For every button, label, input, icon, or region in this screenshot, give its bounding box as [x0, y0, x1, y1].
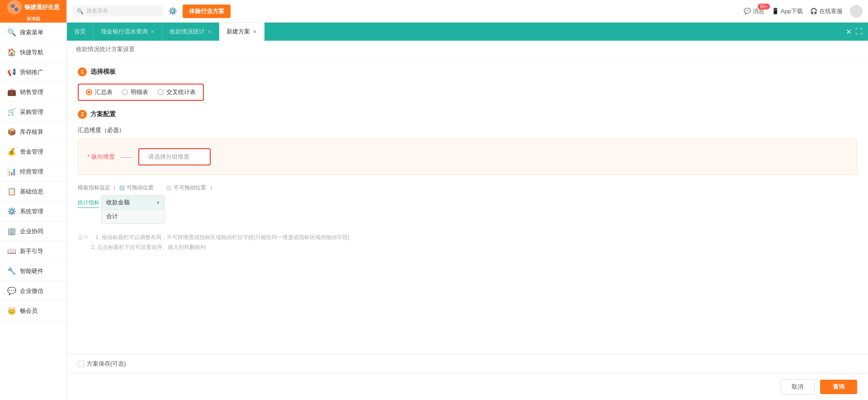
close-all-icon[interactable]: ✕ [846, 28, 852, 36]
tip-line2: 2. 点击标题栏下拉可设置排序、插入列和删除列 [78, 243, 857, 253]
sidebar-item-label: 畅会员 [20, 307, 38, 315]
legend-nodrag-label: 不可拖动位置 [174, 184, 206, 192]
topbar: 🔍 搜索菜单 ⚙️ 体验行业方案 💬 消息 99+ 📱 App下载 🎧 在线客服 [67, 0, 868, 23]
tips-line1: 1. 拖动标题栏可以调整布局，不可跨维度或指标区域拖动栏目字段(只能在同一维度或… [95, 234, 349, 240]
sidebar-icon: 🛒 [7, 108, 16, 116]
sidebar-item-搜索菜单[interactable]: 🔍搜索菜单 [0, 23, 66, 42]
dimension-grid: * 纵向维度 —— 请选择分组维度 [78, 139, 857, 175]
radio-dot [157, 89, 164, 95]
tabs-container: 首页现金银行流水查询✕收款情况统计✕新建方案✕ [67, 23, 264, 41]
save-option-label: 方案保存(可选) [87, 360, 126, 368]
sidebar-item-新手引导[interactable]: 📖新手引导 [0, 241, 66, 261]
legend-nodrag: 不可拖动位置 [166, 184, 206, 192]
sidebar-icon: 💼 [7, 88, 16, 96]
sidebar-item-库存核算[interactable]: 📦库存核算 [0, 122, 66, 142]
dimension-area: 汇总维度（必选） * 纵向维度 —— 请选择分组维度 [78, 126, 857, 175]
sidebar-item-资金管理[interactable]: 💰资金管理 [0, 142, 66, 162]
app-name: 畅捷通好生意 [24, 3, 60, 11]
settings-icon[interactable]: ⚙️ [166, 5, 179, 17]
sidebar-item-label: 系统管理 [20, 207, 43, 216]
sidebar-item-label: 企业协同 [20, 227, 43, 235]
section1-num: 1 [78, 67, 87, 76]
sidebar-item-畅会员[interactable]: 👑畅会员 [0, 301, 66, 321]
expand-icon[interactable]: ⛶ [855, 28, 863, 36]
service-button[interactable]: 🎧 在线客服 [810, 7, 843, 15]
radio-label: 汇总表 [95, 88, 113, 96]
service-label: 在线客服 [819, 7, 843, 15]
legend-nodrag-icon [166, 185, 172, 191]
sidebar-icon: 📊 [7, 167, 16, 176]
download-label: App下载 [781, 7, 803, 15]
footer-bar: 取消 查询 [67, 373, 868, 400]
tab-close-icon[interactable]: ✕ [151, 29, 155, 35]
sidebar-item-智能硬件[interactable]: 🔧智能硬件 [0, 261, 66, 281]
tabbar: 首页现金银行流水查询✕收款情况统计✕新建方案✕ ✕ ⛶ [67, 23, 868, 41]
content-area: 收款情况统计方案设置 1 选择模板 汇总表 明细表 交叉统计表 [67, 41, 868, 400]
tab-label: 收款情况统计 [170, 28, 205, 36]
tab-close-icon[interactable]: ✕ [253, 29, 257, 35]
radio-label: 明细表 [131, 88, 148, 96]
avatar[interactable] [850, 5, 863, 18]
trial-button[interactable]: 体验行业方案 [183, 5, 231, 18]
sidebar-item-营销推广[interactable]: 📢营销推广 [0, 62, 66, 82]
sidebar-item-销售管理[interactable]: 💼销售管理 [0, 82, 66, 102]
legend-drag-label: 可拖动位置 [127, 184, 154, 192]
radio-明细表[interactable]: 明细表 [122, 88, 148, 96]
legend-drag-icon [119, 185, 125, 191]
save-checkbox[interactable] [78, 361, 84, 367]
sidebar-icon: 💬 [7, 287, 16, 295]
sidebar-item-基础信息[interactable]: 📋基础信息 [0, 182, 66, 202]
sidebar-item-企业协同[interactable]: 🏢企业协同 [0, 221, 66, 241]
sidebar-item-label: 基础信息 [20, 188, 43, 196]
radio-汇总表[interactable]: 汇总表 [86, 88, 113, 96]
sidebar-item-采购管理[interactable]: 🛒采购管理 [0, 102, 66, 122]
cancel-button[interactable]: 取消 [780, 379, 815, 395]
tips-title: 提示： [78, 234, 94, 240]
section2-num: 2 [78, 110, 87, 119]
metrics-header: 模板指标设定（ 可拖动位置 不可拖动位置 ） [78, 184, 857, 192]
sidebar-icon: 🏠 [7, 48, 16, 56]
sidebar-item-经营管理[interactable]: 📊经营管理 [0, 162, 66, 182]
radio-label: 交叉统计表 [166, 88, 196, 96]
radio-交叉统计表[interactable]: 交叉统计表 [157, 88, 196, 96]
metrics-group-label: 统计指标 [78, 199, 99, 208]
tab-首页[interactable]: 首页 [67, 23, 94, 41]
bottom-section: 方案保存(可选) [67, 354, 868, 373]
sidebar-item-label: 经营管理 [20, 168, 43, 176]
sidebar-item-label: 采购管理 [20, 108, 43, 116]
section2: 2 方案配置 汇总维度（必选） * 纵向维度 —— 请选择分组维度 [78, 110, 857, 252]
sidebar-item-label: 库存核算 [20, 128, 43, 136]
legend-sep [157, 184, 163, 192]
metrics-table-wrap: 统计指标 收款金额 ▾ 合计 [78, 195, 857, 224]
service-icon: 🎧 [810, 8, 817, 14]
sidebar-icon: 🔧 [7, 267, 16, 275]
download-button[interactable]: 📱 App下载 [772, 7, 803, 15]
radio-options: 汇总表 明细表 交叉统计表 [86, 88, 196, 96]
legend-close: ） [210, 184, 215, 192]
tab-新建方案[interactable]: 新建方案✕ [219, 23, 264, 41]
save-option-wrap: 方案保存(可选) [78, 360, 126, 368]
message-button[interactable]: 💬 消息 99+ [744, 7, 764, 15]
metrics-col-header[interactable]: 收款金额 ▾ [102, 196, 164, 210]
query-button[interactable]: 查询 [820, 380, 857, 394]
tip-line1: 提示： 1. 拖动标题栏可以调整布局，不可跨维度或指标区域拖动栏目字段(只能在同… [78, 233, 857, 243]
tabbar-actions: ✕ ⛶ [840, 28, 868, 36]
tab-收款情况统计[interactable]: 收款情况统计✕ [162, 23, 219, 41]
metrics-row-total: 合计 [102, 210, 164, 223]
sidebar-item-label: 营销推广 [20, 68, 43, 76]
sidebar-item-企业微信[interactable]: 💬企业微信 [0, 281, 66, 301]
sidebar-item-label: 快捷导航 [20, 48, 43, 56]
legend-drag: 可拖动位置 [119, 184, 154, 192]
sidebar-icon: 🏢 [7, 227, 16, 235]
sidebar-item-快捷导航[interactable]: 🏠快捷导航 [0, 42, 66, 62]
tab-close-icon[interactable]: ✕ [208, 29, 212, 35]
section1-title: 1 选择模板 [78, 67, 857, 76]
sidebar-item-系统管理[interactable]: ⚙️系统管理 [0, 202, 66, 221]
dim-select-button[interactable]: 请选择分组维度 [138, 148, 211, 165]
dimension-row: * 纵向维度 —— 请选择分组维度 [87, 148, 848, 165]
radio-dot [86, 89, 92, 95]
search-box[interactable]: 🔍 搜索菜单 [72, 5, 163, 17]
sidebar-icon: ⚙️ [7, 207, 16, 216]
tips-line2: 2. 点击标题栏下拉可设置排序、插入列和删除列 [78, 244, 206, 250]
tab-现金银行流水查询[interactable]: 现金银行流水查询✕ [94, 23, 162, 41]
